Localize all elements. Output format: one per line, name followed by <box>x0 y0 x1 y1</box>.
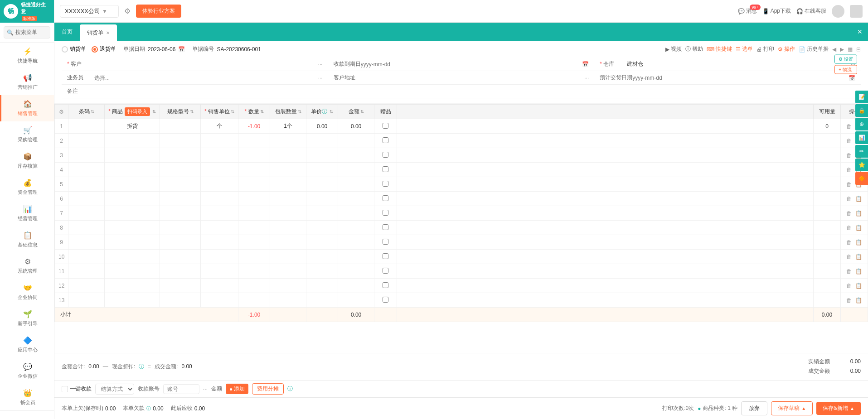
row-goods[interactable] <box>105 264 160 279</box>
row-goods[interactable] <box>105 163 160 177</box>
row-goods[interactable] <box>105 279 160 293</box>
row-gift[interactable] <box>374 177 397 192</box>
row-amount[interactable] <box>338 163 374 177</box>
row-spec[interactable] <box>160 221 201 235</box>
sidebar-settings-btn[interactable]: ⚙ <box>8 414 20 419</box>
row-goods[interactable]: 拆货 <box>105 119 160 134</box>
row-copy-icon[interactable]: 📋 <box>855 239 862 246</box>
row-spec[interactable] <box>160 148 201 163</box>
radio-sales[interactable]: 销货单 <box>62 45 86 53</box>
row-unit[interactable] <box>201 221 238 235</box>
row-price[interactable] <box>306 221 338 235</box>
row-spec[interactable] <box>160 163 201 177</box>
row-barcode[interactable] <box>68 134 105 148</box>
row-unit[interactable] <box>201 293 238 308</box>
row-gift[interactable] <box>374 235 397 250</box>
search-menu-button[interactable]: 🔍 搜索菜单 <box>4 26 50 39</box>
account-dots[interactable]: ··· <box>203 386 208 392</box>
row-pkg[interactable] <box>270 235 306 250</box>
salesperson-input[interactable] <box>94 75 316 81</box>
row-qty[interactable] <box>238 250 270 264</box>
row-unit[interactable] <box>201 177 238 192</box>
row-spec[interactable] <box>160 264 201 279</box>
row-unit[interactable]: 个 <box>201 119 238 134</box>
goods-sort-icon[interactable]: ⇅ <box>152 109 156 114</box>
save-draft-btn[interactable]: 保存草稿 ▲ <box>771 401 813 415</box>
row-goods[interactable] <box>105 148 160 163</box>
row-amount[interactable] <box>338 279 374 293</box>
customer-input[interactable] <box>94 61 316 67</box>
app-download-btn[interactable]: 📱 App下载 <box>762 7 791 15</box>
row-gift[interactable] <box>374 119 397 134</box>
help-tool[interactable]: ⓘ 帮助 <box>685 45 703 53</box>
row-barcode[interactable] <box>68 192 105 206</box>
right-float-star-btn[interactable]: ⭐ <box>855 159 868 171</box>
row-copy-icon[interactable]: 📋 <box>855 268 862 275</box>
view-toggle-icon[interactable]: ▦ <box>848 46 853 53</box>
row-price[interactable] <box>306 293 338 308</box>
row-unit[interactable] <box>201 148 238 163</box>
payment-method-select[interactable]: 结算方式 <box>95 384 134 395</box>
row-gift[interactable] <box>374 206 397 221</box>
ops-tool[interactable]: ⚙ 操作 <box>778 45 795 53</box>
row-qty[interactable] <box>238 148 270 163</box>
row-qty[interactable] <box>238 293 270 308</box>
nav-next-icon[interactable]: ▶ <box>840 46 844 53</box>
row-spec[interactable] <box>160 119 201 134</box>
row-gift[interactable] <box>374 279 397 293</box>
row-delete-icon[interactable]: 🗑 <box>846 181 852 188</box>
row-gift[interactable] <box>374 192 397 206</box>
row-unit[interactable] <box>201 279 238 293</box>
row-pkg[interactable] <box>270 293 306 308</box>
row-delete-icon[interactable]: 🗑 <box>846 268 852 275</box>
row-goods[interactable] <box>105 293 160 308</box>
sidebar-search[interactable]: 🔍 搜索菜单 <box>0 23 54 43</box>
row-delete-icon[interactable]: 🗑 <box>846 138 852 144</box>
one-click-payment[interactable]: 一键收款 <box>62 385 92 393</box>
row-barcode[interactable] <box>68 250 105 264</box>
row-spec[interactable] <box>160 250 201 264</box>
customer-addr-dots[interactable]: ··· <box>584 75 589 81</box>
row-barcode[interactable] <box>68 221 105 235</box>
row-goods[interactable] <box>105 192 160 206</box>
row-delete-icon[interactable]: 🗑 <box>846 225 852 231</box>
settings-btn[interactable]: ⚙ 设置 <box>834 54 857 63</box>
amount-sort-icon[interactable]: ⇅ <box>360 109 364 114</box>
row-amount[interactable] <box>338 235 374 250</box>
remark-input[interactable] <box>94 88 855 95</box>
print-tool[interactable]: 🖨 打印 <box>756 45 774 53</box>
scan-btn[interactable]: 扫码录入 <box>125 107 150 116</box>
row-barcode[interactable] <box>68 119 105 134</box>
row-qty[interactable] <box>238 206 270 221</box>
row-gift[interactable] <box>374 293 397 308</box>
row-delete-icon[interactable]: 🗑 <box>846 297 852 303</box>
row-delete-icon[interactable]: 🗑 <box>846 254 852 260</box>
row-pkg[interactable]: 1个 <box>270 119 306 134</box>
row-barcode[interactable] <box>68 293 105 308</box>
row-qty[interactable] <box>238 134 270 148</box>
customer-addr-input[interactable] <box>361 75 583 81</box>
row-goods[interactable] <box>105 235 160 250</box>
sidebar-item-system[interactable]: ⚙ 系统管理 <box>0 253 54 279</box>
right-float-add-btn[interactable]: ⊕ <box>855 118 868 130</box>
sidebar-item-appstore[interactable]: 🔷 应用中心 <box>0 332 54 358</box>
history-tool[interactable]: 📄 历史单据 <box>799 45 829 53</box>
row-amount[interactable]: 0.00 <box>338 119 374 134</box>
row-amount[interactable] <box>338 134 374 148</box>
expense-btn[interactable]: 费用分摊 <box>252 383 284 395</box>
discard-btn[interactable]: 放弃 <box>741 401 767 415</box>
sidebar-item-sales[interactable]: 🏠 销售管理 <box>0 95 54 121</box>
row-goods[interactable] <box>105 250 160 264</box>
right-float-edit-btn[interactable]: ✏ <box>855 145 868 158</box>
row-qty[interactable] <box>238 163 270 177</box>
row-price[interactable] <box>306 235 338 250</box>
row-qty[interactable] <box>238 221 270 235</box>
row-pkg[interactable] <box>270 279 306 293</box>
row-spec[interactable] <box>160 206 201 221</box>
row-pkg[interactable] <box>270 163 306 177</box>
row-spec[interactable] <box>160 134 201 148</box>
pkg-sort-icon[interactable]: ⇅ <box>298 109 301 114</box>
price-help-icon[interactable]: ⓘ <box>322 108 327 115</box>
right-float-chart-btn[interactable]: 📊 <box>855 131 868 144</box>
right-float-lock-btn[interactable]: 🔒 <box>855 104 868 117</box>
